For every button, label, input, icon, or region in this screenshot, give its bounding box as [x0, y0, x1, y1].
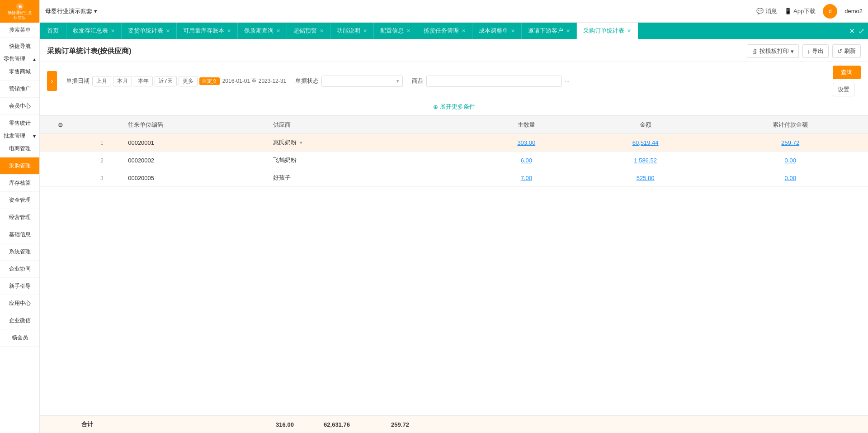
tab-bar: 首页 收发存汇总表 ✕ 要货单统计表 ✕ 可用量库存账本 ✕ 保质期查询 ✕ 超…: [40, 23, 868, 39]
tab-close-icon[interactable]: ✕: [227, 28, 231, 34]
footer-label-text: 合计: [81, 421, 93, 428]
tab-overstock-warning[interactable]: 超储预警 ✕: [287, 23, 330, 39]
sidebar-item-search[interactable]: 搜索菜单: [0, 23, 39, 38]
sidebar-item-retail-stat[interactable]: 零售统计: [0, 115, 39, 132]
row-amount-cell[interactable]: 60,519.44: [578, 134, 713, 152]
main-content: 母婴行业演示账套 ▾ 💬 消息 📱 App下载 d demo2 首页 收发存汇总…: [40, 0, 868, 433]
filter-date-block: 单据日期 上月 本月 本年 近7天 更多 自定义 2016-01-01 至 20…: [66, 76, 286, 86]
tab-bar-actions: ✕ ⤢: [849, 27, 868, 35]
avatar[interactable]: d: [823, 4, 837, 19]
tab-close-icon[interactable]: ✕: [111, 28, 115, 34]
tab-feature-desc[interactable]: 功能说明 ✕: [330, 23, 374, 39]
sidebar-item-inventory[interactable]: 库存核算: [0, 175, 39, 192]
message-label: 消息: [765, 7, 777, 15]
tab-available-stock[interactable]: 可用量库存账本 ✕: [177, 23, 238, 39]
row-num-cell: 1: [81, 134, 123, 152]
row-code-cell: 00020001: [123, 134, 268, 152]
row-check-cell: [40, 152, 81, 169]
tab-pick-task[interactable]: 拣货任务管理 ✕: [417, 23, 472, 39]
tab-close-icon[interactable]: ✕: [566, 28, 570, 34]
sidebar-item-app-center[interactable]: 应用中心: [0, 295, 39, 312]
tab-close-icon[interactable]: ✕: [462, 28, 466, 34]
date-btn-last-month[interactable]: 上月: [92, 76, 111, 86]
tab-expiry-query[interactable]: 保质期查询 ✕: [238, 23, 287, 39]
tab-close-icon[interactable]: ✕: [406, 28, 410, 34]
sidebar-item-member[interactable]: 会员中心: [0, 98, 39, 115]
tab-cost-adjust[interactable]: 成本调整单 ✕: [472, 23, 522, 39]
goods-more-icon[interactable]: ···: [565, 78, 570, 85]
tab-invite-label: 邀请下游客户: [528, 27, 563, 35]
sidebar-item-enterprise-wechat[interactable]: 企业微信: [0, 312, 39, 329]
sidebar-item-new-guide[interactable]: 新手引导: [0, 278, 39, 295]
workspace-area: 母婴行业演示账套 ▾: [45, 7, 97, 15]
export-button[interactable]: ↓ 导出: [802, 44, 829, 58]
logo-icon: 畅: [13, 2, 27, 10]
template-print-button[interactable]: 🖨 按模板打印 ▾: [747, 44, 799, 58]
app-logo: 畅 畅捷通好生意 标签版: [0, 0, 39, 23]
expand-arrow-icon[interactable]: ▾: [300, 140, 302, 145]
tab-available-stock-label: 可用量库存账本: [183, 27, 224, 35]
settings-gear-icon[interactable]: ⚙: [58, 122, 63, 128]
row-qty-cell[interactable]: 6.00: [475, 152, 578, 169]
status-select[interactable]: [321, 76, 403, 87]
date-btn-this-year[interactable]: 本年: [134, 76, 153, 86]
row-qty-cell[interactable]: 303.00: [475, 134, 578, 152]
tab-home[interactable]: 首页: [40, 23, 66, 39]
expand-icon: ⊕: [433, 104, 438, 110]
date-btn-7days[interactable]: 近7天: [155, 76, 177, 86]
tab-purchase-stat[interactable]: 采购订单统计表 ✕: [577, 23, 638, 39]
tab-close-icon[interactable]: ✕: [363, 28, 367, 34]
row-code-cell: 00020005: [123, 169, 268, 187]
tab-close-icon[interactable]: ✕: [276, 28, 280, 34]
app-download-action[interactable]: 📱 App下载: [784, 7, 816, 15]
footer-qty-value: 316.00: [262, 421, 307, 428]
tab-close-icon[interactable]: ✕: [511, 28, 515, 34]
sidebar-item-retail[interactable]: 零售管理 ▴: [0, 55, 39, 63]
row-paid-cell[interactable]: 0.00: [712, 169, 868, 187]
tab-goods-stat[interactable]: 要货单统计表 ✕: [122, 23, 177, 39]
sidebar-item-member-vip[interactable]: 畅会员: [0, 329, 39, 347]
goods-search-input[interactable]: [426, 76, 562, 87]
filter-inner: › 单据日期 上月 本月 本年 近7天 更多 自定义 2016-01-01 至 …: [40, 62, 868, 100]
tab-close-icon[interactable]: ✕: [166, 28, 170, 34]
row-amount-cell[interactable]: 1,586.52: [578, 152, 713, 169]
sidebar-item-system[interactable]: 系统管理: [0, 243, 39, 261]
tab-receive-send[interactable]: 收发存汇总表 ✕: [66, 23, 122, 39]
row-supplier-cell: 惠氏奶粉 ▾: [268, 134, 475, 152]
sidebar-item-wholesale[interactable]: 批发管理 ▾: [0, 132, 39, 140]
sidebar-item-ecommerce[interactable]: 电商管理: [0, 140, 39, 157]
sidebar-item-finance[interactable]: 资金管理: [0, 192, 39, 209]
tab-home-label: 首页: [47, 27, 59, 35]
filter-settings-button[interactable]: 设置: [833, 83, 854, 96]
tab-restore-btn[interactable]: ⤢: [859, 27, 864, 35]
sidebar-item-operations[interactable]: 经营管理: [0, 209, 39, 226]
filter-toggle-button[interactable]: ›: [47, 71, 57, 91]
sidebar-item-enterprise-collab[interactable]: 企业协同: [0, 261, 39, 278]
expand-filter-button[interactable]: ⊕ 展开更多条件: [429, 102, 479, 112]
row-amount-cell[interactable]: 525.80: [578, 169, 713, 187]
date-btn-this-month[interactable]: 本月: [113, 76, 132, 86]
sidebar-item-basic-info[interactable]: 基础信息: [0, 226, 39, 243]
tab-config-info[interactable]: 配置信息 ✕: [374, 23, 417, 39]
query-button[interactable]: 查询: [833, 66, 861, 79]
tab-close-all-btn[interactable]: ✕: [849, 27, 855, 35]
message-action[interactable]: 💬 消息: [756, 7, 777, 15]
sidebar-item-retail-mall[interactable]: 零售商城: [0, 63, 39, 81]
col-header-supplier: 供应商: [268, 116, 475, 134]
row-paid-cell[interactable]: 259.72: [712, 134, 868, 152]
date-btn-more[interactable]: 更多: [179, 76, 198, 86]
tab-close-icon[interactable]: ✕: [320, 28, 324, 34]
sidebar-item-marketing[interactable]: 营销推广: [0, 81, 39, 98]
tab-invite-downstream[interactable]: 邀请下游客户 ✕: [522, 23, 577, 39]
tab-pick-task-label: 拣货任务管理: [424, 27, 459, 35]
row-qty-cell[interactable]: 7.00: [475, 169, 578, 187]
expand-filter-row: ⊕ 展开更多条件: [40, 100, 868, 116]
sidebar-item-purchase[interactable]: 采购管理: [0, 157, 39, 175]
refresh-button[interactable]: ↺ 刷新: [832, 44, 861, 58]
sidebar-item-quick-nav[interactable]: 快捷导航: [0, 38, 39, 55]
workspace-selector[interactable]: 母婴行业演示账套 ▾: [45, 7, 97, 15]
date-filter-label: 单据日期: [66, 77, 90, 85]
tab-close-active-icon[interactable]: ✕: [627, 28, 631, 34]
avatar-initials: d: [829, 8, 832, 14]
row-paid-cell[interactable]: 0.00: [712, 152, 868, 169]
